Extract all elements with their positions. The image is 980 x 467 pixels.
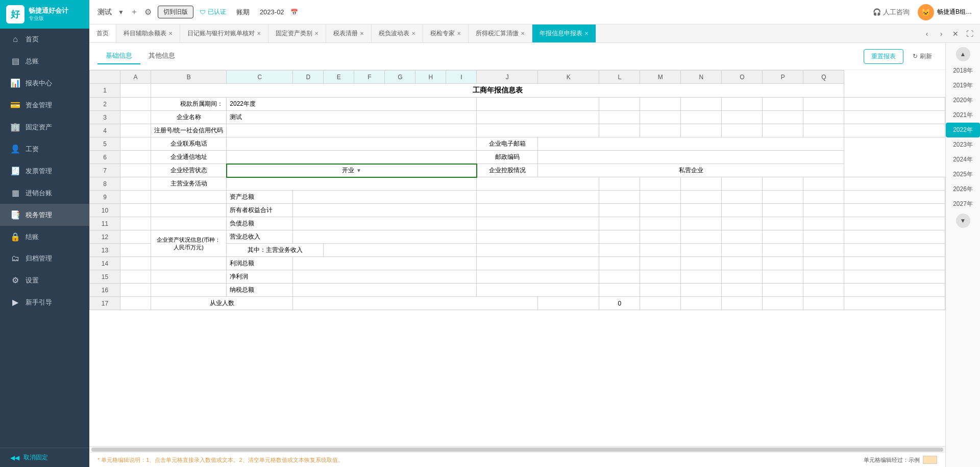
year-item-2022[interactable]: 2022年 bbox=[946, 123, 980, 137]
topbar-dropdown[interactable]: ▼ bbox=[118, 9, 124, 16]
cell-7-C[interactable]: 开业 ▼ bbox=[227, 164, 477, 177]
col-header-B[interactable]: B bbox=[151, 71, 227, 84]
cell-3-Q[interactable] bbox=[844, 111, 945, 124]
cell-13-P[interactable] bbox=[803, 244, 844, 257]
year-item-2023[interactable]: 2023年 bbox=[946, 137, 980, 152]
subtab-basic[interactable]: 基础信息 bbox=[97, 48, 140, 64]
cell-16-Q[interactable] bbox=[844, 284, 945, 297]
cell-12-B[interactable]: 企业资产状况信息(币种：人民币万元) bbox=[151, 230, 227, 257]
year-item-2018[interactable]: 2018年 bbox=[946, 63, 980, 78]
col-header-H[interactable]: H bbox=[415, 71, 446, 84]
sidebar-item-tax[interactable]: 📑 税务管理 bbox=[0, 204, 89, 226]
cell-11-A[interactable] bbox=[120, 217, 151, 230]
cell-17-P[interactable] bbox=[803, 297, 844, 310]
col-header-K[interactable]: K bbox=[538, 71, 599, 84]
cell-10-O[interactable] bbox=[763, 204, 803, 217]
dropdown-cell[interactable]: 开业 ▼ bbox=[230, 166, 473, 175]
cell-12-L[interactable] bbox=[640, 230, 681, 244]
cell-12-K[interactable] bbox=[599, 230, 640, 244]
cell-17-M[interactable] bbox=[681, 297, 722, 310]
cell-12-A[interactable] bbox=[120, 230, 151, 244]
cell-12-C[interactable]: 营业总收入 bbox=[227, 230, 293, 244]
cell-4-P[interactable] bbox=[803, 124, 844, 137]
tab-tax-settle[interactable]: 所得税汇算清缴 ✕ bbox=[469, 25, 532, 42]
cell-11-N[interactable] bbox=[722, 217, 763, 230]
tab-close-icon[interactable]: ✕ bbox=[584, 31, 589, 36]
cell-10-B[interactable] bbox=[151, 204, 227, 217]
cell-3-P[interactable] bbox=[803, 111, 844, 124]
col-header-P[interactable]: P bbox=[763, 71, 803, 84]
cell-17-D[interactable] bbox=[293, 297, 538, 310]
cell-14-A[interactable] bbox=[120, 257, 151, 270]
cell-9-P[interactable] bbox=[803, 191, 844, 204]
cell-10-K[interactable] bbox=[599, 204, 640, 217]
cell-3-M[interactable] bbox=[681, 111, 722, 124]
cell-13-Q[interactable] bbox=[844, 244, 945, 257]
refresh-button[interactable]: ↻ 刷新 bbox=[908, 50, 937, 63]
cell-8-M[interactable] bbox=[681, 177, 722, 191]
cell-3-O[interactable] bbox=[763, 111, 803, 124]
user-menu[interactable]: 🐱 畅捷通B组… bbox=[918, 4, 972, 20]
year-item-2024[interactable]: 2024年 bbox=[946, 152, 980, 167]
cell-4-L[interactable] bbox=[640, 124, 681, 137]
cell-2-Q[interactable] bbox=[844, 98, 945, 111]
cell-5-J[interactable]: 企业电子邮箱 bbox=[477, 137, 538, 151]
year-item-2025[interactable]: 2025年 bbox=[946, 167, 980, 182]
cell-13-N[interactable] bbox=[722, 244, 763, 257]
tab-annual-report[interactable]: 年报信息申报表 ✕ bbox=[532, 25, 596, 42]
cell-11-M[interactable] bbox=[681, 217, 722, 230]
tab-close-icon[interactable]: ✕ bbox=[411, 31, 415, 36]
sidebar-item-assets[interactable]: 🏢 固定资产 bbox=[0, 116, 89, 138]
year-scroll-up-button[interactable]: ▲ bbox=[956, 47, 970, 61]
cell-14-Q[interactable] bbox=[844, 257, 945, 270]
sidebar-item-ledger[interactable]: ▤ 总账 bbox=[0, 50, 89, 72]
cell-2-O[interactable] bbox=[763, 98, 803, 111]
cell-4-A[interactable] bbox=[120, 124, 151, 137]
cell-5-C[interactable] bbox=[227, 137, 477, 151]
cell-15-D[interactable] bbox=[293, 270, 477, 284]
cell-17-J[interactable] bbox=[538, 297, 599, 310]
cell-10-A[interactable] bbox=[120, 204, 151, 217]
cell-14-O[interactable] bbox=[763, 257, 803, 270]
cell-16-C[interactable]: 纳税总额 bbox=[227, 284, 293, 297]
cell-13-J[interactable] bbox=[477, 244, 599, 257]
tab-close-icon[interactable]: ✕ bbox=[257, 31, 261, 36]
cell-15-L[interactable] bbox=[640, 270, 681, 284]
tab-close-icon[interactable]: ✕ bbox=[457, 31, 461, 36]
subtab-other[interactable]: 其他信息 bbox=[140, 48, 183, 64]
cell-8-K[interactable] bbox=[599, 177, 640, 191]
col-header-A[interactable]: A bbox=[120, 71, 151, 84]
cell-10-C[interactable]: 所有者权益合计 bbox=[227, 204, 293, 217]
cell-15-Q[interactable] bbox=[844, 270, 945, 284]
tab-tax-table[interactable]: 税表清册 ✕ bbox=[326, 25, 372, 42]
cell-12-P[interactable] bbox=[803, 230, 844, 244]
col-header-G[interactable]: G bbox=[385, 71, 415, 84]
tab-close-all-button[interactable]: ✕ bbox=[949, 28, 962, 40]
cell-2-A[interactable] bbox=[120, 98, 151, 111]
cell-8-P[interactable] bbox=[803, 177, 844, 191]
cell-16-M[interactable] bbox=[681, 284, 722, 297]
cell-17-A[interactable] bbox=[120, 297, 151, 310]
cell-9-M[interactable] bbox=[681, 191, 722, 204]
sidebar-item-home[interactable]: ⌂ 首页 bbox=[0, 29, 89, 50]
consult-button[interactable]: 🎧 人工咨询 bbox=[873, 8, 910, 17]
cell-4-Q[interactable] bbox=[844, 124, 945, 137]
year-item-2026[interactable]: 2026年 bbox=[946, 182, 980, 197]
tab-close-icon[interactable]: ✕ bbox=[521, 31, 525, 36]
col-header-L[interactable]: L bbox=[599, 71, 640, 84]
cell-10-P[interactable] bbox=[803, 204, 844, 217]
year-item-2020[interactable]: 2020年 bbox=[946, 93, 980, 108]
cell-4-J[interactable] bbox=[477, 124, 599, 137]
cell-9-J[interactable] bbox=[477, 191, 599, 204]
sidebar-item-fund[interactable]: 💳 资金管理 bbox=[0, 94, 89, 116]
col-header-I[interactable]: I bbox=[446, 71, 477, 84]
year-item-2027[interactable]: 2027年 bbox=[946, 197, 980, 212]
cell-16-J[interactable] bbox=[477, 284, 599, 297]
cell-8-J[interactable] bbox=[477, 177, 599, 191]
cell-7-B[interactable]: 企业经营状态 bbox=[151, 164, 227, 177]
cell-10-M[interactable] bbox=[681, 204, 722, 217]
cell-14-M[interactable] bbox=[681, 257, 722, 270]
cell-16-D[interactable] bbox=[293, 284, 477, 297]
cell-10-N[interactable] bbox=[722, 204, 763, 217]
cell-15-A[interactable] bbox=[120, 270, 151, 284]
